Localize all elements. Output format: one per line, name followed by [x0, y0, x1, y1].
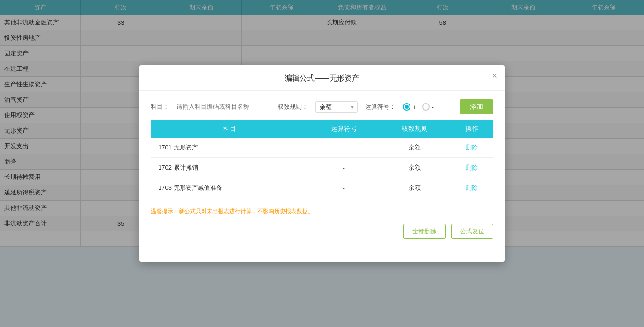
rule-cell: 余额 [379, 138, 450, 158]
rule-cell: 余额 [379, 178, 450, 198]
modal-overlay: 编辑公式——无形资产 × 科目： 取数规则： 余额 借方 贷方 ▼ 运算符号： … [0, 0, 644, 327]
rule-select-wrapper: 余额 借方 贷方 ▼ [315, 101, 358, 113]
close-button[interactable]: × [492, 72, 497, 80]
delete-link[interactable]: 删除 [466, 144, 478, 151]
form-row: 科目： 取数规则： 余额 借方 贷方 ▼ 运算符号： + - [139, 91, 505, 120]
modal-title: 编辑公式——无形资产 [285, 74, 359, 82]
radio-plus[interactable]: + [403, 103, 417, 111]
rule-label: 取数规则： [278, 103, 308, 111]
radio-plus-circle [403, 103, 410, 111]
modal-footer: 全部删除 公式复位 [139, 220, 505, 239]
operator-label: 运算符号： [365, 103, 395, 111]
action-cell: 删除 [450, 158, 493, 178]
radio-minus[interactable]: - [422, 103, 434, 111]
subject-cell: 1702 累计摊销 [151, 158, 308, 178]
delete-link[interactable]: 删除 [466, 184, 478, 191]
delete-link[interactable]: 删除 [466, 164, 478, 171]
radio-plus-label: + [413, 104, 417, 111]
operator-cell: - [308, 178, 379, 198]
formula-table-header: 运算符号 [308, 120, 379, 138]
subject-input[interactable] [176, 101, 270, 112]
subject-cell: 1701 无形资产 [151, 138, 308, 158]
modal-header: 编辑公式——无形资产 [139, 65, 505, 91]
table-row: 1702 累计摊销-余额删除 [151, 158, 493, 178]
subject-label: 科目： [151, 103, 169, 111]
table-row: 1703 无形资产减值准备-余额删除 [151, 178, 493, 198]
action-cell: 删除 [450, 178, 493, 198]
formula-table-header: 取数规则 [379, 120, 450, 138]
radio-minus-circle [422, 103, 430, 111]
formula-table: 科目运算符号取数规则操作 1701 无形资产+余额删除1702 累计摊销-余额删… [151, 120, 493, 198]
operator-radio-group: + - [403, 103, 434, 111]
rule-select[interactable]: 余额 借方 贷方 [315, 101, 358, 113]
warning-text: 温馨提示：新公式只对未出报表进行计算，不影响历史报表数据。 [139, 198, 505, 220]
modal-dialog: 编辑公式——无形资产 × 科目： 取数规则： 余额 借方 贷方 ▼ 运算符号： … [139, 65, 505, 262]
operator-cell: - [308, 158, 379, 178]
formula-table-header: 操作 [450, 120, 493, 138]
rule-cell: 余额 [379, 158, 450, 178]
add-button[interactable]: 添加 [460, 99, 493, 114]
action-cell: 删除 [450, 138, 493, 158]
operator-cell: + [308, 138, 379, 158]
table-row: 1701 无形资产+余额删除 [151, 138, 493, 158]
inner-table-wrapper: 科目运算符号取数规则操作 1701 无形资产+余额删除1702 累计摊销-余额删… [151, 120, 493, 198]
formula-table-header: 科目 [151, 120, 308, 138]
reset-button[interactable]: 公式复位 [451, 224, 493, 239]
delete-all-button[interactable]: 全部删除 [403, 224, 446, 239]
radio-minus-label: - [432, 104, 434, 111]
subject-cell: 1703 无形资产减值准备 [151, 178, 308, 198]
